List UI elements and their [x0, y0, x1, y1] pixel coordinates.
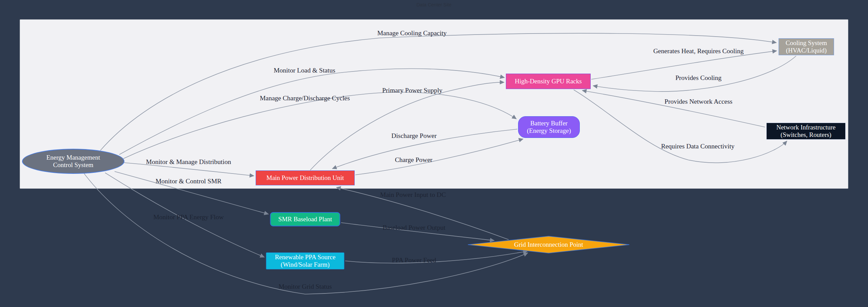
node-cooling-system: Cooling System (HVAC/Liquid) [779, 38, 834, 55]
edge-emcs-gpu [119, 69, 505, 155]
edge-label-discharge-power: Discharge Power [391, 132, 436, 140]
edge-label-provides-network-access: Provides Network Access [665, 98, 732, 105]
container-title: Data Center Site [0, 2, 868, 7]
edge-cooling-gpu [593, 56, 796, 91]
edge-label-provides-cooling: Provides Cooling [675, 74, 722, 82]
edge-label-monitor-control-smr: Monitor & Control SMR [156, 178, 222, 185]
edge-label-manage-cooling-capacity: Manage Cooling Capacity [377, 29, 447, 37]
edge-mpdu-battery [355, 139, 523, 175]
node-renewable-ppa-source: Renewable PPA Source (Wind/Solar Farm) [266, 252, 344, 269]
edge-label-generates-heat-requires-cooling: Generates Heat, Requires Cooling [653, 47, 744, 55]
edge-label-monitor-grid-status: Monitor Grid Status [278, 283, 332, 290]
node-battery-buffer: Battery Buffer (Energy Storage) [518, 116, 580, 138]
edge-label-main-power-input-to-dc: Main Power Input to DC [380, 191, 446, 199]
edge-network-gpu [582, 90, 765, 127]
edge-label-monitor-ppa-energy-flow: Monitor PPA Energy Flow [153, 213, 224, 221]
node-grid-interconnection-point: Grid Interconnection Point [468, 236, 630, 253]
node-smr-baseload-plant: SMR Baseload Plant [270, 212, 340, 226]
edge-label-charge-power: Charge Power [395, 156, 433, 164]
edge-label-baseload-power-output: Baseload Power Output [382, 224, 445, 231]
edge-emcs-grid [84, 173, 528, 294]
edge-label-manage-charge-discharge-cycles: Manage Charge/Discharge Cycles [260, 95, 350, 102]
node-main-power-distribution-unit: Main Power Distribution Unit [256, 170, 355, 185]
edge-label-requires-data-connectivity: Requires Data Connectivity [661, 143, 735, 150]
diagram-canvas: Data Center Site [0, 0, 868, 307]
node-energy-management-control-system: Energy Management Control System [22, 149, 124, 174]
node-high-density-gpu-racks: High-Density GPU Racks [506, 74, 591, 89]
edge-label-monitor-load-status: Monitor Load & Status [274, 67, 335, 74]
edge-label-monitor-manage-distribution: Monitor & Manage Distribution [146, 158, 231, 166]
edge-emcs-battery [123, 92, 516, 159]
edge-label-primary-power-supply: Primary Power Supply [382, 87, 442, 94]
edge-label-ppa-power-feed: PPA Power Feed [392, 257, 436, 264]
node-network-infrastructure: Network Infrastructure (Switches, Router… [766, 123, 846, 140]
